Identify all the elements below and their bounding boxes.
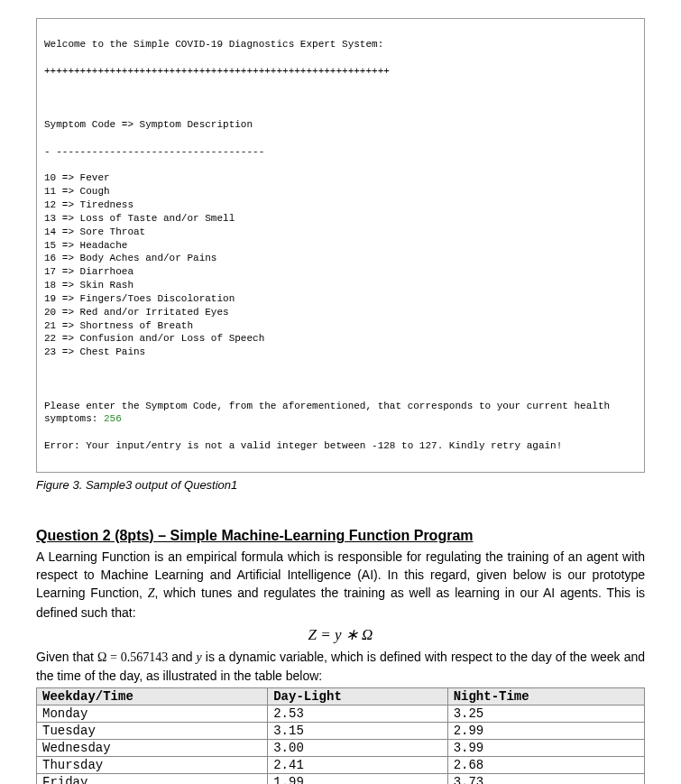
given-1: Given that — [36, 650, 97, 664]
table-cell: 2.41 — [268, 756, 447, 773]
th-daylight: Day-Light — [268, 687, 447, 705]
table-cell: 3.73 — [447, 773, 644, 784]
given-2: and — [168, 650, 196, 664]
table-row: Tuesday3.152.99 — [37, 722, 645, 739]
symptom-line: 22 => Confusion and/or Loss of Speech — [44, 332, 637, 346]
symptom-line: 20 => Red and/or Irritated Eyes — [44, 306, 637, 319]
given-paragraph: Given that Ω = 0.567143 and y is a dynam… — [36, 648, 645, 686]
table-cell: Wednesday — [37, 739, 268, 756]
table-cell: 2.53 — [268, 705, 447, 722]
th-weekday: Weekday/Time — [37, 687, 268, 705]
symptom-line: 19 => Fingers/Toes Discoloration — [44, 292, 637, 306]
symptom-line: 14 => Sore Throat — [44, 226, 637, 239]
weekday-time-table: Weekday/Time Day-Light Night-Time Monday… — [36, 687, 645, 784]
symptom-line: 21 => Shortness of Breath — [44, 319, 637, 333]
formula: Z = y ∗ Ω — [36, 625, 645, 644]
symptom-line: 18 => Skin Rash — [44, 279, 637, 292]
console-error: Error: Your input/entry is not a valid i… — [44, 439, 637, 453]
console-header: Symptom Code => Symptom Description — [44, 118, 637, 132]
table-cell: Thursday — [37, 756, 268, 773]
z-var: Z — [148, 586, 155, 600]
table-row: Thursday2.412.68 — [37, 756, 645, 773]
symptom-line: 17 => Diarrhoea — [44, 265, 637, 279]
figure-caption: Figure 3. Sample3 output of Question1 — [36, 478, 645, 492]
console-plusline: ++++++++++++++++++++++++++++++++++++++++… — [44, 65, 637, 78]
table-cell: 3.99 — [447, 739, 644, 756]
console-dashline: - ----------------------------------- — [44, 145, 637, 159]
console-prompt-line: Please enter the Symptom Code, from the … — [44, 400, 637, 427]
table-header-row: Weekday/Time Day-Light Night-Time — [37, 687, 645, 705]
console-blank — [44, 91, 637, 105]
table-row: Friday1.993.73 — [37, 773, 645, 784]
table-cell: 2.68 — [447, 756, 644, 773]
intro-paragraph: A Learning Function is an empirical form… — [36, 548, 645, 622]
symptom-line: 15 => Headache — [44, 239, 637, 253]
symptom-line: 23 => Chest Pains — [44, 346, 637, 359]
console-output: Welcome to the Simple COVID-19 Diagnosti… — [36, 18, 645, 473]
table-cell: 2.99 — [447, 722, 644, 739]
symptom-line: 10 => Fever — [44, 171, 637, 185]
table-cell: Monday — [37, 705, 268, 722]
console-welcome: Welcome to the Simple COVID-19 Diagnosti… — [44, 38, 637, 51]
symptom-line: 11 => Cough — [44, 185, 637, 198]
table-cell: 3.00 — [268, 739, 447, 756]
table-row: Wednesday3.003.99 — [37, 739, 645, 756]
table-cell: 3.15 — [268, 722, 447, 739]
table-row: Monday2.533.25 — [37, 705, 645, 722]
console-prompt: Please enter the Symptom Code, from the … — [44, 401, 616, 425]
symptom-list: 10 => Fever11 => Cough12 => Tiredness13 … — [44, 171, 637, 359]
table-cell: 1.99 — [268, 773, 447, 784]
question-heading: Question 2 (8pts) – Simple Machine-Learn… — [36, 528, 645, 544]
console-blank2 — [44, 373, 637, 386]
th-nighttime: Night-Time — [447, 687, 644, 705]
table-cell: Tuesday — [37, 722, 268, 739]
table-cell: 3.25 — [447, 705, 644, 722]
table-cell: Friday — [37, 773, 268, 784]
symptom-line: 16 => Body Aches and/or Pains — [44, 252, 637, 265]
symptom-line: 13 => Loss of Taste and/or Smell — [44, 212, 637, 226]
user-input: 256 — [104, 413, 122, 424]
omega-eq: Ω = 0.567143 — [97, 650, 168, 664]
symptom-line: 12 => Tiredness — [44, 198, 637, 212]
